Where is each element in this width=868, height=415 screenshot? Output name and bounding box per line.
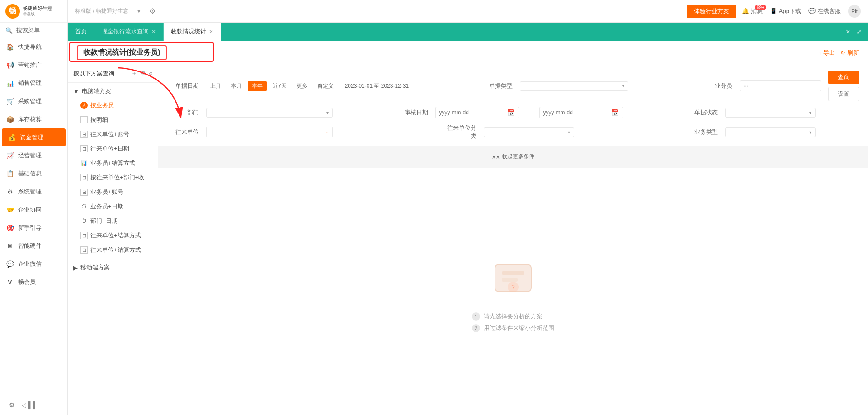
counterpart-select[interactable]: ··· <box>206 127 333 137</box>
collapse-btn[interactable]: ∧∧ 收起更多条件 <box>488 149 538 164</box>
list-icon: 📋 <box>5 169 14 178</box>
user-avatar[interactable]: Rit <box>848 5 861 18</box>
tip-text-1: 请先选择要分析的方案 <box>484 312 542 321</box>
search-icon: 🔍 <box>5 27 13 34</box>
tab-collection-stats[interactable]: 收款情况统计 ✕ <box>164 23 221 41</box>
calendar-from-icon[interactable]: 📅 <box>507 109 515 116</box>
app-download-btn[interactable]: 📱 App下载 <box>770 7 801 15</box>
mobile-group-header[interactable]: ▶ 移动端方案 <box>68 261 158 274</box>
collapse-panel-btn[interactable]: « <box>149 70 152 78</box>
left-panel: 按以下方案查询 ＋ ⚙ « ▼ 电脑端方案 人 按业务员 <box>68 65 158 415</box>
export-btn[interactable]: ↑ 导出 <box>819 49 835 57</box>
add-scheme-btn[interactable]: ＋ <box>131 70 137 78</box>
filter-row-1: 单据日期 上月 本月 本年 近7天 更多 自定义 2023-01-01 至 20… <box>167 71 859 101</box>
sidebar-item-purchase[interactable]: 🛒 采购管理 <box>0 92 67 110</box>
sidebar-item-hardware[interactable]: 🖥 智能硬件 <box>0 237 67 255</box>
svg-rect-2 <box>502 278 518 282</box>
salesman-select[interactable]: ··· <box>740 80 821 91</box>
counterpart-cat-select[interactable]: ▾ <box>484 127 574 137</box>
doc-status-select[interactable]: ▾ <box>725 108 816 118</box>
scheme-item-salesman-payment[interactable]: 📊 业务员+结算方式 <box>68 156 158 170</box>
date-btn-more[interactable]: 更多 <box>292 81 311 91</box>
payment1-icon: ⊟ <box>80 232 88 239</box>
date-btn-this-month[interactable]: 本月 <box>227 81 246 91</box>
date-btn-last-month[interactable]: 上月 <box>206 81 225 91</box>
scheme-item-dept-date[interactable]: ⏱ 部门+日期 <box>68 214 158 228</box>
query-btn[interactable]: 查询 <box>828 71 859 84</box>
review-date-to[interactable]: 📅 <box>539 107 623 118</box>
scheme-item-salesman-date[interactable]: ⏱ 业务员+日期 <box>68 199 158 214</box>
page-header: 收款情况统计(按业务员) ↑ 导出 ↻ 刷新 <box>68 41 868 65</box>
sidebar-item-collab[interactable]: 🤝 企业协同 <box>0 201 67 219</box>
sidebar-item-guide[interactable]: 🎯 新手引导 <box>0 219 67 237</box>
date-btn-this-year[interactable]: 本年 <box>248 81 267 91</box>
sidebar-item-label: 基础信息 <box>18 170 42 178</box>
tab-cash-flow[interactable]: 现金银行流水查询 ✕ <box>94 23 164 41</box>
sidebar-item-finance[interactable]: 💰 资金管理 <box>2 128 66 146</box>
doc-type-select[interactable]: ▾ <box>520 81 628 91</box>
trial-btn[interactable]: 体验行业方案 <box>687 5 736 18</box>
computer-icon: 🖥 <box>5 241 14 250</box>
scheme-item-unit-date[interactable]: ⊟ 往来单位+日期 <box>68 141 158 156</box>
sidebar-search[interactable]: 🔍 搜索菜单 <box>0 23 67 38</box>
footer-collapse-btn[interactable]: ◁▐▐ <box>22 399 34 411</box>
query-buttons: 查询 设置 <box>828 71 859 101</box>
settings-gear-btn[interactable]: ⚙ <box>146 5 159 18</box>
bell-icon: 🔔 <box>742 8 749 14</box>
refresh-btn[interactable]: ↻ 刷新 <box>840 49 859 57</box>
sidebar-item-marketing[interactable]: 📢 营销推广 <box>0 56 67 74</box>
sidebar-item-operation[interactable]: 📈 经营管理 <box>0 146 67 165</box>
counterpart-more-icon[interactable]: ··· <box>324 129 329 135</box>
close-window-btn[interactable]: ✕ <box>844 28 852 35</box>
tab-collection-stats-close[interactable]: ✕ <box>209 28 213 35</box>
review-date-to-input[interactable] <box>543 109 611 116</box>
chevron-down-icon[interactable]: ▾ <box>137 8 141 14</box>
sidebar-item-label: 快捷导航 <box>18 43 42 51</box>
money-icon: 💰 <box>7 133 16 142</box>
footer-settings-btn[interactable]: ⚙ <box>5 399 18 411</box>
trial-btn-label: 体验行业方案 <box>694 7 729 15</box>
tabbar: 首页 现金银行流水查询 ✕ 收款情况统计 ✕ ✕ ⤢ <box>68 23 868 41</box>
filter-settings-label: 设置 <box>838 90 849 97</box>
scheme-item-label: 往来单位+账号 <box>90 130 129 138</box>
sidebar-item-sales[interactable]: 📊 销售管理 <box>0 74 67 92</box>
desktop-group-header[interactable]: ▼ 电脑端方案 <box>68 85 158 98</box>
review-date-from-input[interactable] <box>439 109 507 116</box>
maximize-window-btn[interactable]: ⤢ <box>855 28 863 35</box>
box-icon: 📦 <box>5 115 14 124</box>
sidebar-item-inventory[interactable]: 📦 库存核算 <box>0 110 67 128</box>
filter-settings-btn[interactable]: 设置 <box>828 87 859 101</box>
scheme-item-salesman[interactable]: 人 按业务员 <box>68 98 158 113</box>
messages-badge: 99+ <box>755 5 766 10</box>
dept-select[interactable]: ▾ <box>206 108 333 118</box>
date-btn-custom[interactable]: 自定义 <box>313 81 338 91</box>
scheme-settings-btn[interactable]: ⚙ <box>140 70 146 78</box>
calendar-to-icon[interactable]: 📅 <box>611 109 619 116</box>
messages-btn[interactable]: 🔔 消息 99+ <box>742 7 763 15</box>
sidebar-item-member[interactable]: V 畅会员 <box>0 273 67 291</box>
tab-cash-flow-close[interactable]: ✕ <box>151 28 156 35</box>
empty-tip-1: 1 请先选择要分析的方案 <box>472 312 554 321</box>
scheme-item-unit-payment2[interactable]: ⊟ 往来单位+结算方式 <box>68 243 158 257</box>
scheme-item-unit-account[interactable]: ⊟ 往来单位+账号 <box>68 127 158 141</box>
tab-home[interactable]: 首页 <box>68 23 94 41</box>
mobile-scheme-group: ▶ 移动端方案 <box>68 259 158 276</box>
scheme-item-detail[interactable]: ≡ 按明细 <box>68 113 158 127</box>
sidebar-item-system[interactable]: ⚙ 系统管理 <box>0 183 67 201</box>
review-date-from[interactable]: 📅 <box>435 107 519 118</box>
breadcrumb-text: 标准版 / 畅捷通好生意 <box>75 7 128 15</box>
refresh-icon: ↻ <box>840 49 845 56</box>
collapse-area: ∧∧ 收起更多条件 <box>158 146 868 168</box>
sidebar-item-quick-nav[interactable]: 🏠 快捷导航 <box>0 38 67 56</box>
date-btn-7days[interactable]: 近7天 <box>269 81 291 91</box>
handshake-icon: 🤝 <box>5 205 14 214</box>
scheme-item-unit-payment1[interactable]: ⊟ 往来单位+结算方式 <box>68 228 158 243</box>
sidebar-item-wechat[interactable]: 💬 企业微信 <box>0 255 67 273</box>
scheme-item-salesman-account[interactable]: ⊟ 业务员+账号 <box>68 185 158 199</box>
scheme-item-label: 往来单位+结算方式 <box>90 246 141 254</box>
scheme-item-unit-dept[interactable]: ⊟ 按往来单位+部门+收... <box>68 170 158 185</box>
sidebar-item-basic-info[interactable]: 📋 基础信息 <box>0 165 67 183</box>
biz-type-select[interactable]: ▾ <box>725 127 816 137</box>
online-service-btn[interactable]: 💬 在线客服 <box>808 7 841 15</box>
doc-type-label: 单据类型 <box>481 82 513 90</box>
